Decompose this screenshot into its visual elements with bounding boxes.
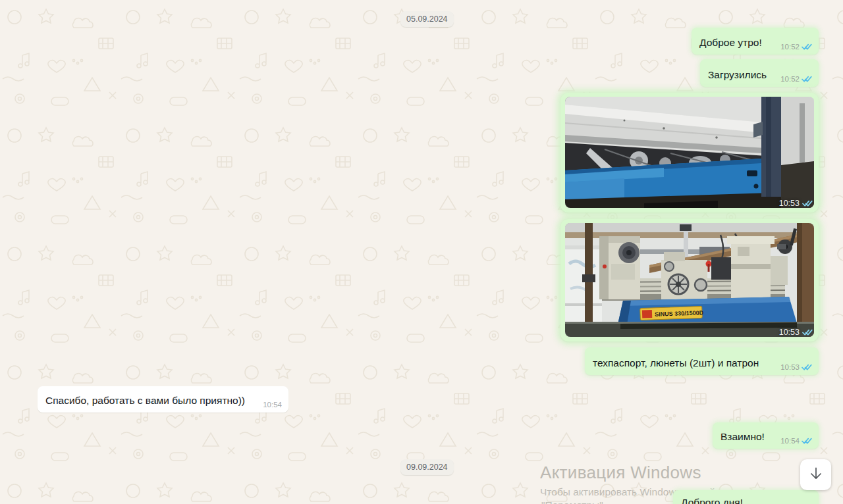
chat-conversation-panel: 05.09.2024 Доброе утро! 10:52 Загрузилис… xyxy=(0,0,843,504)
message-time: 10:52 xyxy=(780,75,800,83)
double-check-read-icon xyxy=(802,76,812,83)
message-time: 10:53 xyxy=(780,363,800,371)
message-bubble-outgoing[interactable]: Доброе утро! 10:52 xyxy=(692,28,819,55)
message-meta: 10:52 xyxy=(780,75,812,83)
message-bubble-outgoing[interactable]: Взаимно! 10:54 xyxy=(713,422,819,449)
double-check-read-icon xyxy=(802,438,812,445)
arrow-down-icon xyxy=(807,465,825,485)
double-check-read-icon xyxy=(802,329,813,336)
date-divider-label: 09.09.2024 xyxy=(406,463,448,472)
message-time: 10:54 xyxy=(780,437,800,445)
message-time: 10:54 xyxy=(263,401,282,409)
message-bubble-outgoing[interactable]: Загрузились 10:52 xyxy=(700,59,819,87)
message-time: 10:53 xyxy=(779,199,800,208)
photo-message-machine-base[interactable]: 10:53 xyxy=(560,93,819,213)
photo-message-lathe[interactable]: SINUS 330/1500D 10:53 xyxy=(560,219,819,341)
double-check-read-icon xyxy=(802,364,812,371)
date-divider-label: 05.09.2024 xyxy=(406,14,448,24)
message-meta: 10:52 xyxy=(780,43,812,51)
photo-meta: 10:53 xyxy=(779,328,813,337)
date-divider: 05.09.2024 xyxy=(400,11,454,27)
double-check-read-icon xyxy=(802,200,813,207)
message-text: Доброе утро! xyxy=(699,36,762,50)
message-text: Взаимно! xyxy=(721,430,765,444)
photo-meta: 10:53 xyxy=(779,199,813,208)
message-bubble-outgoing-partial[interactable]: Доброго дня! xyxy=(673,490,819,504)
scroll-to-bottom-button[interactable] xyxy=(800,459,831,490)
message-text: Загрузились xyxy=(708,68,767,82)
double-check-read-icon xyxy=(802,43,812,51)
photo-image-machine-base[interactable] xyxy=(565,97,814,208)
message-meta: 10:54 xyxy=(263,401,282,409)
message-time: 10:52 xyxy=(780,43,800,51)
photo-image-lathe[interactable]: SINUS 330/1500D xyxy=(565,223,814,337)
message-bubble-incoming[interactable]: Спасибо, работать с вами было приятно)) … xyxy=(38,386,288,413)
message-meta: 10:54 xyxy=(780,437,812,445)
message-text: Доброго дня! xyxy=(681,496,743,504)
date-divider: 09.09.2024 xyxy=(400,459,454,475)
message-time: 10:53 xyxy=(779,328,800,337)
message-bubble-outgoing[interactable]: техпаспорт, люнеты (2шт) и патрон 10:53 xyxy=(585,347,819,375)
message-text: Спасибо, работать с вами было приятно)) xyxy=(45,394,245,408)
message-text: техпаспорт, люнеты (2шт) и патрон xyxy=(593,357,759,370)
message-meta: 10:53 xyxy=(780,363,812,371)
